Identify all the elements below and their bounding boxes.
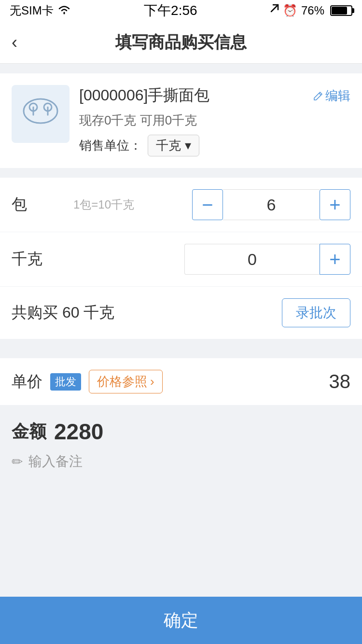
confirm-button[interactable]: 确定 — [164, 609, 198, 632]
total-row: 共购买 60 千克 录批次 — [0, 287, 362, 339]
amount-value: 2280 — [54, 419, 103, 445]
price-ref-chevron: › — [150, 374, 154, 389]
kg-controls: + — [184, 244, 350, 275]
pack-input-row: 包 1包=10千克 − + — [0, 178, 362, 232]
input-section: 包 1包=10千克 − + 千克 + — [0, 178, 362, 287]
unit-label: 销售单位： — [79, 137, 142, 154]
price-label: 单价 — [12, 371, 42, 392]
unit-value: 千克 — [156, 137, 181, 154]
product-logo-icon — [21, 97, 60, 131]
kg-plus-button[interactable]: + — [320, 244, 350, 275]
unit-selector[interactable]: 千克 ▾ — [148, 135, 199, 156]
battery-percent: 76% — [301, 4, 324, 17]
battery-icon — [330, 5, 352, 16]
product-unit-row: 销售单位： 千克 ▾ — [79, 135, 350, 156]
product-image — [12, 85, 70, 143]
alarm-icon: ⏰ — [283, 4, 297, 17]
price-section: 单价 批发 价格参照 › 38 — [0, 358, 362, 405]
product-card: [0000006]手撕面包 编辑 现存0千克 可用0千克 销售单位： 千克 ▾ — [0, 73, 362, 168]
status-left: 无SIM卡 — [10, 3, 71, 18]
product-name: [0000006]手撕面包 — [79, 85, 209, 106]
pack-input[interactable] — [223, 189, 320, 220]
section-divider-1 — [0, 168, 362, 178]
batch-tag: 批发 — [50, 373, 81, 391]
note-placeholder: 输入备注 — [28, 452, 83, 471]
record-batch-button[interactable]: 录批次 — [282, 298, 350, 327]
kg-input[interactable] — [184, 244, 320, 275]
pack-minus-button[interactable]: − — [192, 189, 223, 220]
unit-chevron: ▾ — [185, 138, 191, 153]
wifi-icon — [57, 4, 71, 17]
note-icon: ✏ — [12, 454, 23, 470]
status-right: ⏰ 76% — [270, 4, 352, 17]
total-label: 共购买 60 千克 — [12, 302, 114, 323]
pack-sublabel: 1包=10千克 — [73, 197, 134, 212]
kg-label: 千克 — [12, 249, 70, 270]
note-row[interactable]: ✏ 输入备注 — [12, 452, 350, 482]
amount-section: 金额 2280 ✏ 输入备注 — [0, 407, 362, 482]
page-title: 填写商品购买信息 — [115, 31, 247, 54]
pack-controls: − + — [192, 189, 350, 220]
price-ref-button[interactable]: 价格参照 › — [89, 370, 163, 393]
pack-plus-button[interactable]: + — [320, 189, 350, 220]
product-info: [0000006]手撕面包 编辑 现存0千克 可用0千克 销售单位： 千克 ▾ — [79, 85, 350, 156]
amount-row: 金额 2280 — [12, 419, 350, 452]
nav-bar: ‹ 填写商品购买信息 — [0, 21, 362, 64]
status-bar: 无SIM卡 下午2:56 ⏰ 76% — [0, 0, 362, 21]
price-row: 单价 批发 价格参照 › 38 — [12, 370, 350, 393]
amount-label: 金额 — [12, 420, 46, 444]
confirm-bar[interactable]: 确定 — [0, 597, 362, 644]
location-icon — [270, 4, 279, 17]
svg-point-0 — [24, 99, 57, 123]
carrier-text: 无SIM卡 — [10, 3, 54, 18]
kg-input-row: 千克 + — [0, 232, 362, 287]
back-button[interactable]: ‹ — [12, 32, 17, 53]
product-name-row: [0000006]手撕面包 编辑 — [79, 85, 350, 106]
status-time: 下午2:56 — [144, 1, 197, 20]
price-ref-label: 价格参照 — [97, 373, 147, 390]
edit-button[interactable]: 编辑 — [313, 87, 350, 104]
pack-label: 包 — [12, 194, 70, 215]
section-divider-2 — [0, 339, 362, 349]
price-value: 38 — [329, 371, 351, 392]
product-stock: 现存0千克 可用0千克 — [79, 112, 350, 129]
